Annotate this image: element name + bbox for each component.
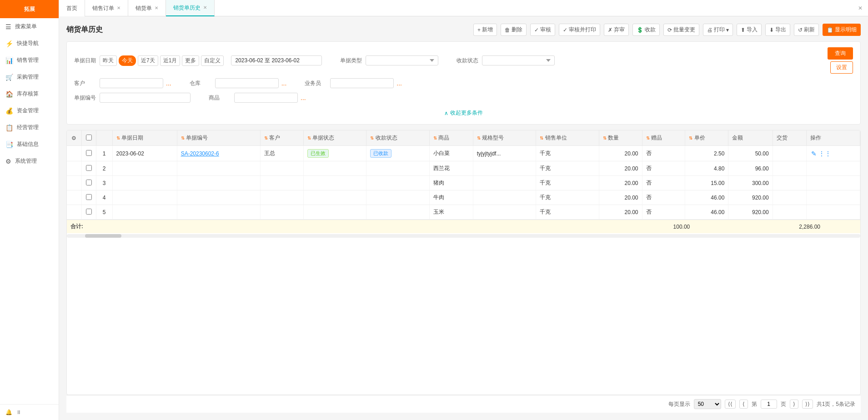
export-button[interactable]: ⬇ 导出 bbox=[765, 24, 790, 36]
batch-change-button[interactable]: ⟳ 批量变更 bbox=[663, 24, 699, 36]
td-checkbox[interactable] bbox=[81, 190, 96, 205]
select-all-checkbox[interactable] bbox=[86, 135, 92, 140]
print-button[interactable]: 🖨 打印 ▾ bbox=[703, 24, 733, 36]
abandon-button[interactable]: ✗ 弃审 bbox=[604, 24, 629, 36]
date-range-input[interactable] bbox=[231, 55, 322, 65]
td-qty: 20.00 bbox=[599, 161, 642, 176]
close-all-tabs[interactable]: ✕ bbox=[853, 5, 868, 11]
prev-page-btn[interactable]: ⟨ bbox=[739, 400, 748, 409]
td-doc-no[interactable] bbox=[177, 190, 260, 205]
sidebar-item-inventory[interactable]: 🏠 库存核算 bbox=[0, 85, 59, 102]
query-button[interactable]: 查询 bbox=[828, 47, 853, 60]
tab-sales-delivery[interactable]: 销货单 ✕ bbox=[128, 0, 166, 16]
date-btn-today[interactable]: 今天 bbox=[119, 55, 136, 66]
sidebar-item-sales-mgmt[interactable]: 📊 销售管理 bbox=[0, 52, 59, 69]
tab-sales-delivery-close[interactable]: ✕ bbox=[155, 0, 158, 16]
td-doc-no[interactable]: SA-20230602-6 bbox=[177, 146, 260, 161]
more-btn[interactable]: ⋮⋮ bbox=[818, 150, 831, 157]
next-page-btn[interactable]: ⟩ bbox=[790, 400, 798, 409]
date-btn-yesterday[interactable]: 昨天 bbox=[100, 55, 117, 66]
th-gift[interactable]: ⇅ 赠品 bbox=[642, 130, 685, 146]
review-button[interactable]: ✓ 审核 bbox=[530, 24, 555, 36]
row-checkbox[interactable] bbox=[86, 180, 92, 185]
horizontal-scrollbar[interactable] bbox=[67, 234, 860, 238]
delete-button[interactable]: 🗑 删除 bbox=[501, 24, 527, 36]
per-page-select[interactable]: 50 100 200 bbox=[694, 399, 721, 409]
customer-input[interactable] bbox=[100, 78, 163, 88]
row-checkbox[interactable] bbox=[86, 165, 92, 171]
payment-status-select[interactable] bbox=[482, 55, 555, 65]
td-checkbox[interactable] bbox=[81, 146, 96, 161]
td-checkbox[interactable] bbox=[81, 205, 96, 220]
scrollbar-thumb[interactable] bbox=[85, 234, 121, 238]
th-spec[interactable]: ⇅ 规格型号 bbox=[473, 130, 536, 146]
th-transaction[interactable]: 交货 bbox=[773, 130, 806, 146]
th-doc-date[interactable]: ⇅ 单据日期 bbox=[112, 130, 177, 146]
goods-dots[interactable]: ... bbox=[301, 94, 306, 101]
td-checkbox[interactable] bbox=[81, 176, 96, 190]
th-qty[interactable]: ⇅ 数量 bbox=[599, 130, 642, 146]
row-checkbox[interactable] bbox=[86, 194, 92, 200]
import-button[interactable]: ⬆ 导入 bbox=[737, 24, 762, 36]
tab-sales-order-close[interactable]: ✕ bbox=[117, 0, 120, 16]
sidebar-bottom-icon1[interactable]: 🔔 bbox=[5, 409, 12, 415]
edit-btn[interactable]: ✎ bbox=[811, 150, 817, 157]
tab-home[interactable]: 首页 bbox=[59, 0, 85, 16]
goods-input[interactable] bbox=[234, 93, 298, 103]
review-print-button[interactable]: ✓ 审核并打印 bbox=[559, 24, 600, 36]
staff-dots[interactable]: ... bbox=[396, 80, 402, 87]
sidebar-item-basic-info[interactable]: 📑 基础信息 bbox=[0, 136, 59, 153]
date-btn-1month[interactable]: 近1月 bbox=[160, 55, 181, 66]
add-button[interactable]: + 新增 bbox=[473, 24, 497, 36]
td-doc-no[interactable] bbox=[177, 176, 260, 190]
warehouse-dots[interactable]: ... bbox=[281, 80, 287, 87]
td-checkbox[interactable] bbox=[81, 161, 96, 176]
th-sales-unit[interactable]: ⇅ 销售单位 bbox=[536, 130, 599, 146]
tab-sales-order[interactable]: 销售订单 ✕ bbox=[85, 0, 128, 16]
th-customer[interactable]: ⇅ 客户 bbox=[260, 130, 303, 146]
sidebar-item-purchase-mgmt[interactable]: 🛒 采购管理 bbox=[0, 69, 59, 85]
date-btn-7days[interactable]: 近7天 bbox=[138, 55, 158, 66]
warehouse-input[interactable] bbox=[215, 78, 279, 88]
td-doc-date: 2023-06-02 bbox=[112, 146, 177, 161]
sidebar-item-search-menu[interactable]: ☰ 搜索菜单 bbox=[0, 18, 59, 35]
th-settings[interactable]: ⚙ bbox=[67, 130, 81, 146]
customer-dots[interactable]: ... bbox=[166, 80, 171, 87]
set-button[interactable]: 设置 bbox=[830, 61, 853, 74]
tab-sales-history-close[interactable]: ✕ bbox=[203, 0, 207, 16]
th-payment-status[interactable]: ⇅ 收款状态 bbox=[366, 130, 429, 146]
sidebar-item-label: 快捷导航 bbox=[17, 40, 39, 47]
sidebar-item-operation[interactable]: 📋 经营管理 bbox=[0, 119, 59, 136]
last-page-btn[interactable]: ⟩⟩ bbox=[802, 400, 813, 409]
sidebar-item-label: 采购管理 bbox=[17, 73, 39, 81]
sidebar-bottom-icon2[interactable]: ⏸ bbox=[16, 409, 21, 415]
first-page-btn[interactable]: ⟨⟨ bbox=[725, 400, 736, 409]
doc-no-input[interactable] bbox=[100, 93, 191, 103]
sidebar-item-quick-nav[interactable]: ⚡ 快捷导航 bbox=[0, 35, 59, 52]
show-detail-button[interactable]: 📋 显示明细 bbox=[823, 24, 861, 36]
th-checkbox[interactable] bbox=[81, 130, 96, 146]
doc-type-select[interactable] bbox=[366, 55, 438, 65]
tab-bar: 首页 销售订单 ✕ 销货单 ✕ 销货单历史 ✕ ✕ bbox=[59, 0, 868, 16]
refresh-button[interactable]: ↺ 刷新 bbox=[794, 24, 819, 36]
staff-input[interactable] bbox=[330, 78, 394, 88]
th-doc-no[interactable]: ⇅ 单据编号 bbox=[177, 130, 260, 146]
date-btn-custom[interactable]: 自定义 bbox=[201, 55, 224, 66]
tab-sales-history[interactable]: 销货单历史 ✕ bbox=[166, 0, 215, 16]
page-number-input[interactable] bbox=[761, 400, 777, 409]
th-goods[interactable]: ⇅ 商品 bbox=[429, 130, 473, 146]
th-doc-status[interactable]: ⇅ 单据状态 bbox=[303, 130, 366, 146]
row-checkbox[interactable] bbox=[86, 209, 92, 215]
date-btn-more[interactable]: 更多 bbox=[182, 55, 199, 66]
th-unit-price[interactable]: ⇅ 单价 bbox=[685, 130, 728, 146]
collect-button[interactable]: 💲 收款 bbox=[632, 24, 660, 36]
td-payment-status: 已收款 bbox=[366, 146, 429, 161]
td-doc-no[interactable] bbox=[177, 161, 260, 176]
row-checkbox[interactable] bbox=[86, 150, 92, 156]
th-amount[interactable]: 金额 bbox=[728, 130, 773, 146]
show-detail-icon: 📋 bbox=[827, 27, 833, 33]
sidebar-item-finance[interactable]: 💰 资金管理 bbox=[0, 102, 59, 119]
sidebar-item-sys-mgmt[interactable]: ⚙ 系统管理 bbox=[0, 153, 59, 170]
collapse-filter-btn[interactable]: ∧ 收起更多条件 bbox=[74, 107, 853, 119]
td-doc-no[interactable] bbox=[177, 205, 260, 220]
